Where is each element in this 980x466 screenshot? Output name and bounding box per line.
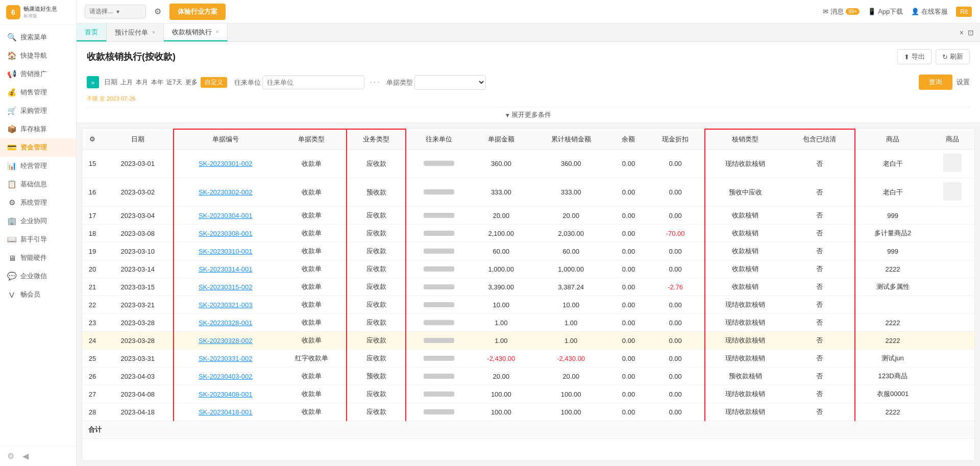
nav-label-wechat: 企业微信 [20, 272, 47, 281]
service-btn[interactable]: 👤 在线客服 [911, 7, 948, 16]
cell-discount: 0.00 [646, 385, 705, 403]
cell-amount: 333.00 [471, 178, 531, 207]
th-product: 商品 [855, 129, 930, 150]
cell-bill-type: 收款单 [277, 314, 347, 332]
th-amount: 单据金额 [471, 129, 531, 150]
bill-no-link[interactable]: SK-20230328-001 [199, 319, 253, 327]
export-icon: ⬆ [904, 53, 910, 61]
export-btn[interactable]: ⬆ 导出 [897, 49, 932, 64]
sidebar-item-quick[interactable]: 🏠快捷导航 [0, 46, 76, 65]
tab-collection-close[interactable]: × [216, 29, 219, 35]
sidebar-item-corp[interactable]: 🏢企业协同 [0, 212, 76, 230]
nav-label-marketing: 营销推广 [20, 69, 47, 79]
sidebar-item-purchase[interactable]: 🛒采购管理 [0, 102, 76, 120]
tab-pending[interactable]: 预计应付单 × [107, 23, 164, 41]
solution-btn[interactable]: 体验行业方案 [169, 4, 226, 20]
date-this-year[interactable]: 本年 [151, 78, 163, 87]
bill-no-link[interactable]: SK-20230315-002 [199, 283, 253, 291]
partner-input[interactable] [262, 76, 364, 89]
app-download-btn[interactable]: 📱 App下载 [868, 7, 903, 16]
bill-no-link[interactable]: SK-20230403-002 [199, 373, 253, 380]
sidebar-item-basic[interactable]: 📋基础信息 [0, 175, 76, 193]
bill-no-link[interactable]: SK-20230310-001 [199, 248, 253, 255]
cell-no: 17 [82, 207, 103, 225]
sidebar-item-guide[interactable]: 📖新手引导 [0, 230, 76, 249]
date-last-month[interactable]: 上月 [120, 78, 133, 87]
sidebar-settings-icon[interactable]: ⚙ [7, 451, 14, 461]
sidebar-item-sales[interactable]: 💰销售管理 [0, 83, 76, 102]
topbar-settings-btn[interactable]: ⚙ [150, 4, 165, 19]
cell-accum: 2,030.00 [531, 225, 611, 242]
cell-date: 2023-03-14 [103, 260, 174, 278]
cell-included: 否 [785, 207, 854, 225]
message-btn[interactable]: ✉ 消息 99+ [823, 7, 860, 16]
query-btn[interactable]: 查询 [919, 75, 952, 90]
tab-home[interactable]: 首页 [77, 23, 107, 41]
sidebar-item-operation[interactable]: 📊经营管理 [0, 157, 76, 175]
cell-bill-type: 收款单 [277, 367, 347, 385]
sidebar-item-hardware[interactable]: 🖥智能硬件 [0, 249, 76, 267]
date-more[interactable]: 更多 [185, 78, 198, 87]
sidebar-item-wechat[interactable]: 💬企业微信 [0, 267, 76, 285]
sidebar-item-inventory[interactable]: 📦库存核算 [0, 120, 76, 138]
cell-accum: 100.00 [531, 385, 611, 403]
bill-no-link[interactable]: SK-20230328-002 [199, 337, 253, 345]
cell-product: 衣服00001 [855, 385, 930, 403]
th-balance: 余额 [611, 129, 647, 150]
expand-more-btn[interactable]: ▾ 展开更多条件 [506, 110, 551, 119]
cell-balance: 0.00 [611, 367, 647, 385]
tab-collection[interactable]: 收款核销执行 × [164, 23, 228, 41]
th-biz-type: 业务类型 [347, 129, 406, 150]
user-avatar[interactable]: Rit [956, 7, 972, 17]
cell-biz-type: 应收款 [347, 150, 406, 178]
bill-no-link[interactable]: SK-20230308-001 [199, 230, 253, 237]
sidebar-item-search[interactable]: 🔍搜索菜单 [0, 28, 76, 46]
bill-no-link[interactable]: SK-20230301-002 [199, 160, 253, 167]
cell-accum: 1.00 [531, 332, 611, 350]
cell-included: 否 [785, 403, 854, 421]
window-expand-btn[interactable]: ⊡ [968, 29, 974, 37]
ellipsis-btn[interactable]: ··· [370, 78, 381, 87]
custom-date-btn[interactable]: 自定义 [201, 77, 227, 88]
refresh-btn[interactable]: ↻ 刷新 [936, 49, 970, 64]
cell-balance: 0.00 [611, 260, 647, 278]
cell-discount: 0.00 [646, 207, 705, 225]
cell-no: 22 [82, 296, 103, 314]
window-close-btn[interactable]: × [960, 29, 964, 37]
sidebar-nav: 🔍搜索菜单🏠快捷导航📢营销推广💰销售管理🛒采购管理📦库存核算💳资金管理📊经营管理… [0, 25, 76, 446]
cell-biz-type: 应收款 [347, 207, 406, 225]
date-7days[interactable]: 近7天 [166, 78, 182, 87]
module-selector[interactable]: 请选择... ▾ [85, 5, 146, 18]
cell-date: 2023-03-04 [103, 207, 174, 225]
bill-no-link[interactable]: SK-20230408-001 [199, 390, 253, 398]
cell-no: 28 [82, 403, 103, 421]
date-this-month[interactable]: 本月 [136, 78, 148, 87]
bill-no-link[interactable]: SK-20230331-002 [199, 355, 253, 362]
logo-text: 畅康道好生意 标准版 [23, 5, 57, 19]
filter-toggle-btn[interactable]: » [87, 76, 99, 88]
bill-type-select[interactable] [414, 75, 486, 90]
table-row: 25 2023-03-31 SK-20230331-002 红字收款单 应收款 … [82, 350, 974, 367]
filter-settings-link[interactable]: 设置 [957, 78, 970, 87]
bill-no-link[interactable]: SK-20230418-001 [199, 408, 253, 416]
bill-no-link[interactable]: SK-20230321-003 [199, 301, 253, 309]
sidebar-collapse-icon[interactable]: ◀ [22, 451, 29, 461]
bill-no-link[interactable]: SK-20230314-001 [199, 265, 253, 273]
cell-product: 测试jun [855, 350, 930, 367]
th-settings[interactable]: ⚙ [82, 129, 103, 150]
bill-no-link[interactable]: SK-20230304-001 [199, 212, 253, 219]
tab-pending-close[interactable]: × [152, 30, 155, 35]
expand-more-row: ▾ 展开更多条件 [87, 107, 970, 122]
cell-product: 2222 [855, 260, 930, 278]
sidebar-item-finance[interactable]: 💳资金管理 [0, 138, 76, 157]
nav-icon-guide: 📖 [7, 235, 16, 244]
bill-no-link[interactable]: SK-20230302-002 [199, 188, 253, 196]
cell-accum: 20.00 [531, 207, 611, 225]
topbar-right: ✉ 消息 99+ 📱 App下载 👤 在线客服 Rit [823, 7, 972, 17]
sidebar-item-member[interactable]: V畅会员 [0, 285, 76, 304]
cell-product: 老白干 [855, 178, 930, 207]
cell-partner [406, 403, 471, 421]
sidebar-item-marketing[interactable]: 📢营销推广 [0, 65, 76, 83]
sidebar-item-system[interactable]: ⚙系统管理 [0, 193, 76, 212]
cell-discount: 0.00 [646, 314, 705, 332]
